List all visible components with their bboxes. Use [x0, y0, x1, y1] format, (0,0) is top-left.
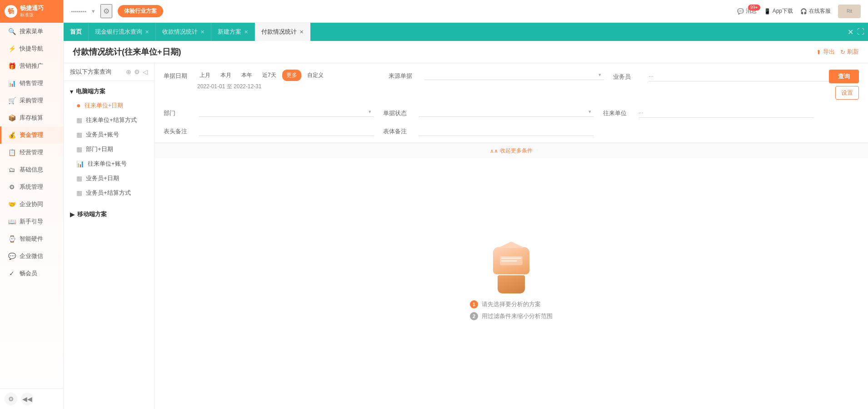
- watch-icon: ⌚: [8, 235, 16, 243]
- tabbar: 首页 现金银行流水查询 ✕ 收款情况统计 ✕ 新建方案 ✕ 付款情况统计 ✕ ✕…: [64, 23, 868, 41]
- topbar-right-actions: 💬 消息 99+ 📱 App下载 🎧 在线客服 Rit: [737, 5, 861, 18]
- user-avatar[interactable]: Rit: [838, 5, 861, 18]
- messages-btn[interactable]: 💬 消息 99+: [737, 7, 757, 15]
- dept-select[interactable]: ▾: [199, 107, 374, 117]
- breadcrumb-arrow: ▾: [92, 8, 95, 15]
- sidebar-item-search[interactable]: 🔍 搜索菜单: [0, 23, 63, 40]
- scheme-dept-date[interactable]: ▦ 部门+日期: [64, 142, 154, 157]
- page-header: 付款情况统计(往来单位+日期) ⬆ 导出 ↻ 刷新: [64, 41, 868, 63]
- scheme-icon-1: ▦: [76, 116, 82, 124]
- date-more-btn[interactable]: 更多: [282, 70, 301, 81]
- sidebar-navigation: 🔍 搜索菜单 ⚡ 快捷导航 🎁 营销推广 📊 销售管理 🛒 采购管理 📦 库存核…: [0, 23, 63, 389]
- clipboard-icon: 📋: [8, 148, 16, 157]
- breadcrumb-home: ▪▪▪▪▪▪▪▪: [71, 8, 86, 15]
- sidebar-item-guide[interactable]: 📖 新手引导: [0, 213, 63, 230]
- sidebar-item-business[interactable]: 📋 经营管理: [0, 144, 63, 161]
- collapse-panel-btn[interactable]: ◁: [143, 68, 148, 76]
- staff-input[interactable]: ...: [649, 70, 829, 81]
- scheme-partner-account[interactable]: 📊 往来单位+账号: [64, 157, 154, 171]
- sidebar-item-system[interactable]: ⚙ 系统管理: [0, 178, 63, 196]
- trial-industry-btn[interactable]: 体验行业方案: [118, 5, 163, 17]
- scheme-staff-account[interactable]: ▦ 业务员+账号: [64, 127, 154, 142]
- left-scheme-panel: 按以下方案查询 ⊕ ⚙ ◁ ▾ 电脑端方案 ● 往来单位+日期: [64, 63, 155, 409]
- tab-close-new[interactable]: ✕: [244, 29, 248, 35]
- page-header-actions: ⬆ 导出 ↻ 刷新: [816, 48, 859, 56]
- sidebar-item-enterprise[interactable]: 🤝 企业协同: [0, 196, 63, 213]
- partner-input[interactable]: ...: [639, 106, 813, 118]
- source-label: 来源单据: [389, 70, 420, 80]
- body-note-input[interactable]: [419, 124, 594, 136]
- section-arrow-right: ▶: [70, 211, 75, 218]
- scheme-staff-settle[interactable]: ▦ 业务员+结算方式: [64, 186, 154, 200]
- tab-bank[interactable]: 现金银行流水查询 ✕: [89, 23, 156, 41]
- date-last-month-btn[interactable]: 上月: [195, 70, 215, 81]
- filter-settings-btn[interactable]: 设置: [835, 86, 859, 100]
- collapse-sidebar-btn[interactable]: ◀◀: [21, 393, 34, 405]
- refresh-btn[interactable]: ↻ 刷新: [840, 48, 859, 56]
- logo-icon: 畅: [5, 5, 17, 18]
- sidebar-item-sales[interactable]: 📊 销售管理: [0, 75, 63, 92]
- topbar-settings-btn[interactable]: ⚙: [100, 4, 112, 18]
- empty-illustration: [484, 247, 539, 293]
- doc-status-arrow: ▾: [589, 109, 591, 115]
- date-custom-btn[interactable]: 自定义: [303, 70, 328, 81]
- date-this-year-btn[interactable]: 本年: [237, 70, 256, 81]
- date-7days-btn[interactable]: 近7天: [258, 70, 280, 81]
- tab-close-bank[interactable]: ✕: [145, 29, 149, 35]
- gear-icon: ⚙: [8, 183, 16, 191]
- dept-label: 部门: [164, 107, 195, 117]
- search-icon: 🔍: [8, 27, 16, 35]
- collapse-conditions-btn[interactable]: ∧∧ 收起更多条件: [155, 143, 868, 158]
- maximize-window-btn[interactable]: ⛶: [857, 28, 864, 36]
- query-btn[interactable]: 查询: [829, 70, 859, 83]
- sidebar-item-quick[interactable]: ⚡ 快捷导航: [0, 40, 63, 57]
- tab-close-payment[interactable]: ✕: [299, 29, 304, 35]
- sidebar-item-vip[interactable]: ✓ 畅会员: [0, 265, 63, 282]
- handshake-icon: 🤝: [8, 200, 16, 208]
- gift-icon: 🎁: [8, 62, 16, 70]
- partner-dots: ...: [639, 108, 644, 115]
- tab-home[interactable]: 首页: [64, 23, 89, 41]
- sidebar-item-hardware[interactable]: ⌚ 智能硬件: [0, 230, 63, 247]
- content-area: 付款情况统计(往来单位+日期) ⬆ 导出 ↻ 刷新 按以下方案查询 ⊕: [64, 41, 868, 409]
- sidebar-item-fund[interactable]: 💰 资金管理: [0, 126, 63, 144]
- doc-status-label: 单据状态: [383, 107, 415, 117]
- scheme-staff-date[interactable]: ▦ 业务员+日期: [64, 171, 154, 186]
- sidebar-item-marketing[interactable]: 🎁 营销推广: [0, 57, 63, 75]
- close-window-btn[interactable]: ✕: [848, 28, 853, 36]
- sidebar-item-stock[interactable]: 📦 库存核算: [0, 109, 63, 126]
- tab-receipt[interactable]: 收款情况统计 ✕: [156, 23, 211, 41]
- scheme-partner-settle[interactable]: ▦ 往来单位+结算方式: [64, 113, 154, 127]
- tab-payment[interactable]: 付款情况统计 ✕: [255, 23, 310, 41]
- sidebar-item-wechat[interactable]: 💬 企业微信: [0, 247, 63, 265]
- settings-footer-btn[interactable]: ⚙: [5, 393, 17, 405]
- sidebar-item-basic[interactable]: 🗂 基础信息: [0, 161, 63, 178]
- mobile-scheme-title[interactable]: ▶ 移动端方案: [64, 207, 154, 221]
- messages-badge: 99+: [748, 5, 760, 10]
- download-icon: 📱: [764, 8, 771, 15]
- sidebar-item-purchase[interactable]: 🛒 采购管理: [0, 92, 63, 109]
- scheme-settings-btn[interactable]: ⚙: [134, 68, 140, 76]
- scheme-panel-header: 按以下方案查询 ⊕ ⚙ ◁: [64, 63, 154, 81]
- message-icon: 💬: [737, 8, 744, 15]
- date-this-month-btn[interactable]: 本月: [216, 70, 235, 81]
- doc-status-select[interactable]: ▾: [419, 107, 594, 117]
- app-download-btn[interactable]: 📱 App下载: [764, 7, 793, 15]
- source-select[interactable]: ▾: [424, 70, 604, 80]
- tab-new[interactable]: 新建方案 ✕: [211, 23, 255, 41]
- scheme-icon-4: 📊: [76, 160, 84, 167]
- online-service-btn[interactable]: 🎧 在线客服: [800, 7, 831, 15]
- header-note-input[interactable]: [199, 124, 374, 136]
- chart-icon: 📊: [8, 79, 16, 87]
- fund-icon: 💰: [8, 131, 16, 139]
- scheme-icon-2: ▦: [76, 131, 82, 138]
- export-btn[interactable]: ⬆ 导出: [816, 48, 835, 56]
- desktop-scheme-title[interactable]: ▾ 电脑端方案: [64, 85, 154, 98]
- add-scheme-btn[interactable]: ⊕: [126, 68, 131, 76]
- scheme-partner-date[interactable]: ● 往来单位+日期: [64, 98, 154, 113]
- chevron-up-icon: ∧∧: [490, 148, 498, 154]
- scheme-icon-6: ▦: [76, 189, 82, 197]
- header-note-label: 表头备注: [164, 125, 195, 136]
- tab-close-receipt[interactable]: ✕: [200, 29, 205, 35]
- service-icon: 🎧: [800, 8, 807, 15]
